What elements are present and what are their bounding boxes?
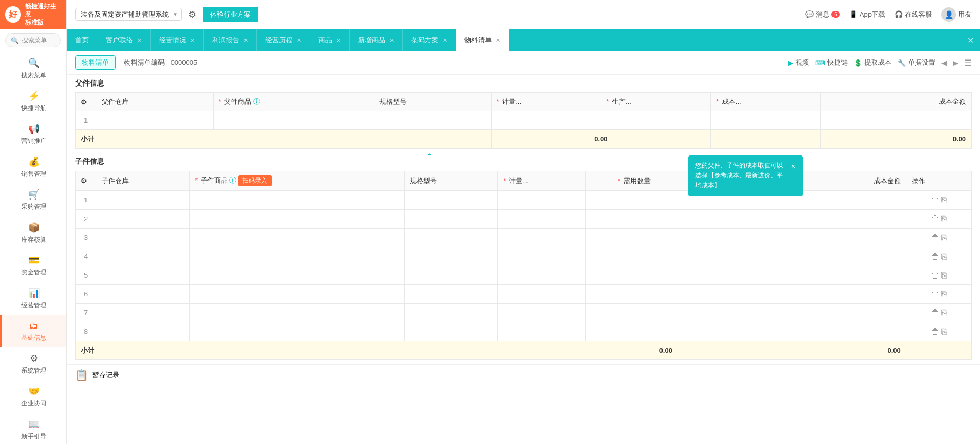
parent-spec-cell[interactable] [374,111,492,130]
child-product-cell[interactable] [190,266,405,285]
child-qty-cell[interactable] [612,266,719,285]
child-qty-cell[interactable] [612,247,719,266]
nav-tab-home[interactable]: 首页 [67,29,97,51]
child-unit-cost-cell[interactable] [719,247,813,266]
sidebar-item-finance[interactable]: 💳 资金管理 [0,249,66,282]
copy-icon[interactable]: ⎘ [941,196,947,205]
child-warehouse-cell[interactable] [96,304,190,322]
sidebar-item-basic[interactable]: 🗂 基础信息 [0,315,66,347]
delete-icon[interactable]: 🗑 [931,196,939,205]
parent-unit-cell[interactable] [491,111,601,130]
child-col-gear[interactable]: ⚙ [76,171,96,191]
child-unit-cost-cell[interactable] [719,304,813,322]
child-warehouse-cell[interactable] [96,285,190,304]
close-all-tabs-button[interactable]: ✕ [961,35,980,45]
tab-close-product[interactable]: ✕ [336,37,341,44]
nav-left-icon[interactable]: ◀ [941,59,947,67]
child-product-cell[interactable] [190,191,405,210]
child-product-cell[interactable] [190,304,405,322]
copy-icon[interactable]: ⎘ [941,327,947,337]
child-warehouse-cell[interactable] [96,210,190,229]
child-spec-cell[interactable] [405,322,498,341]
nav-right-icon[interactable]: ▶ [953,59,958,67]
tab-close-barcode[interactable]: ✕ [443,37,447,44]
sidebar-item-operation[interactable]: 📊 经营管理 [0,282,66,315]
child-unit-cell[interactable] [498,266,585,285]
child-qty-cell[interactable] [612,210,719,229]
settings-icon[interactable]: ⚙ [188,9,197,20]
sidebar-item-quick-nav[interactable]: ⚡ 快捷导航 [0,85,66,118]
copy-icon[interactable]: ⎘ [941,290,947,299]
child-unit-cost-cell[interactable] [719,266,813,285]
tab-close-history[interactable]: ✕ [297,37,301,44]
nav-tab-bom[interactable]: 物料清单✕ [456,29,509,51]
shortcut-button[interactable]: ⌨ 快捷键 [815,58,848,67]
delete-icon[interactable]: 🗑 [931,327,939,337]
nav-tab-operation[interactable]: 经营情况✕ [151,29,204,51]
nav-tab-barcode[interactable]: 条码方案✕ [403,29,456,51]
parent-production-cell[interactable] [601,111,711,130]
child-warehouse-cell[interactable] [96,247,190,266]
app-download-button[interactable]: 📱 App下载 [849,10,885,19]
parent-cost-cell[interactable] [711,111,821,130]
child-unit-cost-cell[interactable] [719,285,813,304]
child-spec-cell[interactable] [405,285,498,304]
child-spec-cell[interactable] [405,229,498,247]
child-product-cell[interactable] [190,229,405,247]
copy-icon[interactable]: ⎘ [941,214,947,224]
delete-icon[interactable]: 🗑 [931,233,939,243]
nav-tab-customer[interactable]: 客户联络✕ [97,29,151,51]
parent-product-cell[interactable] [213,111,374,130]
nav-tab-new-product[interactable]: 新增商品✕ [350,29,403,51]
sidebar-item-purchase[interactable]: 🛒 采购管理 [0,184,66,217]
scan-button[interactable]: 扫码录入 [238,175,272,186]
experience-button[interactable]: 体验行业方案 [203,7,258,22]
tab-bom-list[interactable]: 物料清单 [75,55,116,70]
delete-icon[interactable]: 🗑 [931,214,939,224]
sidebar-item-marketing[interactable]: 📢 营销推广 [0,118,66,151]
message-button[interactable]: 💬 消息 6 [805,10,840,19]
child-product-cell[interactable] [190,322,405,341]
delete-icon[interactable]: 🗑 [931,308,939,318]
child-qty-cell[interactable] [612,285,719,304]
child-warehouse-cell[interactable] [96,322,190,341]
delete-icon[interactable]: 🗑 [931,290,939,299]
tab-bom-code[interactable]: 物料清单编码 0000005 [118,56,203,69]
child-qty-cell[interactable] [612,229,719,247]
sidebar-item-collab[interactable]: 🤝 企业协同 [0,380,66,413]
sidebar-item-sales[interactable]: 💰 销售管理 [0,151,66,184]
sidebar-search[interactable]: 🔍 搜索菜单 [0,29,66,52]
child-spec-cell[interactable] [405,304,498,322]
tab-close-bom[interactable]: ✕ [496,37,500,44]
child-unit-cell[interactable] [498,229,585,247]
child-unit-cost-cell[interactable] [719,210,813,229]
child-unit-cost-cell[interactable] [719,229,813,247]
system-select[interactable]: 装备及固定资产辅助管理系统 [75,8,182,21]
child-unit-cell[interactable] [498,285,585,304]
tab-close-profit[interactable]: ✕ [243,37,248,44]
nav-tab-product[interactable]: 商品✕ [310,29,350,51]
tab-close-customer[interactable]: ✕ [137,37,142,44]
child-warehouse-cell[interactable] [96,229,190,247]
user-menu[interactable]: 👤 用友 [941,7,972,22]
cost-extract-button[interactable]: 💲 提取成本 [854,58,891,67]
child-product-cell[interactable] [190,285,405,304]
child-unit-cell[interactable] [498,247,585,266]
delete-icon[interactable]: 🗑 [931,271,939,280]
parent-product-help-icon[interactable]: ⓘ [253,98,260,105]
sidebar-item-inventory[interactable]: 📦 库存核算 [0,217,66,249]
tab-close-new-product[interactable]: ✕ [389,37,394,44]
child-product-cell[interactable] [190,247,405,266]
child-spec-cell[interactable] [405,191,498,210]
copy-icon[interactable]: ⎘ [941,252,947,261]
child-qty-cell[interactable] [612,322,719,341]
tooltip-close-button[interactable]: × [791,161,795,172]
child-spec-cell[interactable] [405,210,498,229]
single-settings-button[interactable]: 🔧 单据设置 [898,58,935,67]
child-unit-cell[interactable] [498,191,585,210]
parent-warehouse-cell[interactable] [96,111,214,130]
child-product-help-icon[interactable]: ⓘ [229,176,236,184]
tab-close-operation[interactable]: ✕ [190,37,195,44]
search-button[interactable]: 🔍 搜索菜单 [5,33,61,47]
child-unit-cell[interactable] [498,304,585,322]
